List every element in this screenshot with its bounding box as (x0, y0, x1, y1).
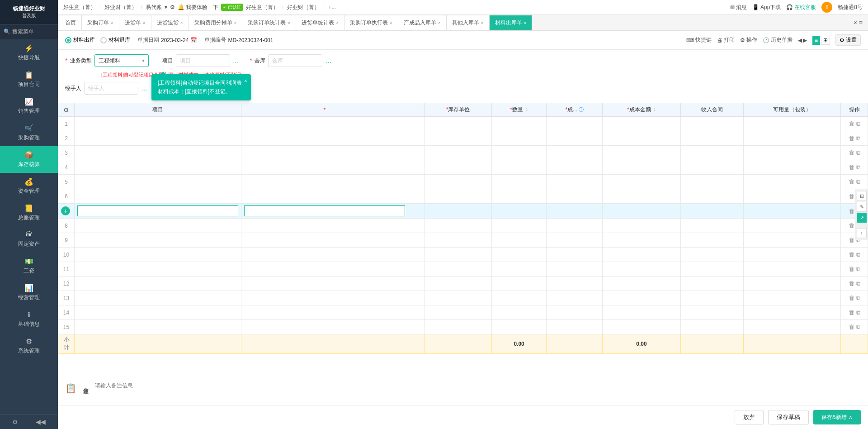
copy-icon[interactable]: ⧉ (856, 135, 860, 142)
copy-icon[interactable]: ⧉ (856, 178, 860, 186)
tab-other-storage-close[interactable]: × (481, 20, 484, 25)
handler-dots[interactable]: … (141, 85, 147, 92)
row-spec[interactable] (408, 117, 424, 131)
row-quantity[interactable] (491, 131, 547, 146)
radio-material-return[interactable]: 材料退库 (100, 36, 130, 44)
discard-button[interactable]: 放弃 (735, 410, 764, 424)
sidebar-item-salary[interactable]: 💵 工资 (0, 253, 58, 279)
save-new-button[interactable]: 保存&新增 ∧ (813, 410, 861, 424)
col-header-settings[interactable]: ⚙ (58, 103, 75, 117)
draft-button[interactable]: 保存草稿 (768, 410, 809, 424)
nav-dropdown[interactable]: ▾ (165, 4, 167, 10)
row-cost-amount[interactable] (603, 117, 681, 131)
handler-input[interactable]: 经手人 (84, 82, 138, 95)
row-income-contract[interactable] (680, 131, 743, 146)
tab-purchase-order-close[interactable]: × (111, 20, 113, 25)
row-quantity[interactable] (491, 117, 547, 131)
tab-menu-btn[interactable]: ≡ (859, 19, 863, 26)
delete-icon[interactable]: 🗑 (849, 324, 854, 330)
row-name[interactable] (241, 131, 408, 146)
delete-icon[interactable]: 🗑 (849, 309, 854, 316)
delete-icon[interactable]: 🗑 (849, 222, 854, 229)
quick-key-btn[interactable]: ⌨ 快捷键 (686, 36, 712, 44)
nav-good-business[interactable]: 好生意（菁） (63, 4, 96, 11)
delete-icon[interactable]: 🗑 (849, 135, 854, 142)
copy-icon[interactable]: ⧉ (856, 164, 860, 171)
tab-purchase-exec[interactable]: 采购订单执行表 × (344, 15, 398, 30)
delete-icon[interactable]: 🗑 (849, 251, 854, 258)
business-type-input[interactable]: 工程领料 ▾ (94, 54, 149, 67)
row-project[interactable] (75, 131, 241, 146)
nav-good-wealth2[interactable]: 好业财（菁） (287, 4, 320, 11)
sidebar-item-sales[interactable]: 📈 销售管理 (0, 93, 58, 119)
sidebar-item-inventory[interactable]: 📦 库存核算 (0, 146, 58, 173)
sidebar-settings-btn[interactable]: ⚙ (12, 418, 18, 425)
tooltip-close-btn[interactable]: × (244, 77, 247, 86)
sidebar-item-assets[interactable]: 🏛 固定资产 (0, 226, 58, 253)
tab-product-storage-close[interactable]: × (438, 20, 441, 25)
row-warehouse[interactable] (425, 131, 492, 146)
copy-icon[interactable]: ⧉ (856, 280, 860, 287)
copy-icon[interactable]: ⧉ (856, 295, 860, 302)
sidebar-item-system[interactable]: ⚙ 系统管理 (0, 333, 58, 359)
right-icon-green[interactable]: ↗ (857, 213, 867, 223)
row-project-input[interactable] (77, 205, 238, 216)
row-cost-price[interactable] (547, 117, 603, 131)
tab-goods-receipt-close[interactable]: × (143, 20, 146, 25)
right-icon-2[interactable]: ✎ (857, 202, 867, 212)
app-download-button[interactable]: 📱 App下载 (752, 4, 781, 11)
notes-input[interactable] (95, 382, 861, 400)
project-input[interactable]: 项目 (176, 54, 230, 67)
warehouse-input[interactable]: 合库 (268, 54, 322, 67)
sidebar-collapse-btn[interactable]: ◀◀ (36, 418, 46, 425)
delete-icon[interactable]: 🗑 (849, 295, 854, 301)
tab-material-out-close[interactable]: × (524, 20, 527, 25)
print-btn[interactable]: 🖨 打印 (717, 36, 735, 44)
col-settings-gear[interactable]: ⚙ (63, 106, 69, 114)
sidebar-item-quick-nav[interactable]: ⚡ 快捷导航 (0, 39, 58, 66)
project-dots[interactable]: … (233, 57, 239, 64)
sidebar-item-funds[interactable]: 💰 资金管理 (0, 173, 58, 200)
row-name-input[interactable] (244, 205, 405, 216)
tab-goods-stats-close[interactable]: × (336, 20, 339, 25)
history-btn[interactable]: 🕐 历史单据 (763, 36, 793, 44)
nav-easy-billing[interactable]: 易代账 (146, 4, 162, 11)
copy-icon[interactable]: ⧉ (856, 324, 860, 331)
add-row-btn[interactable]: + (61, 206, 70, 215)
row-warehouse[interactable] (425, 117, 492, 131)
sidebar-item-project[interactable]: 📋 项目合同 (0, 66, 58, 93)
delete-icon[interactable]: 🗑 (849, 193, 854, 200)
sidebar-item-search[interactable]: 🔍 搜索菜单 (0, 24, 58, 39)
row-available[interactable] (743, 117, 840, 131)
tab-material-out[interactable]: 材料出库单 × (490, 15, 533, 30)
tab-other-storage[interactable]: 其他入库单 × (447, 15, 490, 30)
grid-view-btn[interactable]: ⊞ (821, 36, 830, 45)
sidebar-item-ledger[interactable]: 📒 总账管理 (0, 200, 58, 226)
tab-goods-return-close[interactable]: × (180, 20, 183, 25)
nav-experience[interactable]: 🔔 我要体验一下 (178, 4, 218, 11)
tab-goods-stats[interactable]: 进货单统计表 × (296, 15, 344, 30)
delete-icon[interactable]: 🗑 (849, 178, 854, 185)
row-spec[interactable] (408, 131, 424, 146)
row-cost-price[interactable] (547, 131, 603, 146)
nav-settings[interactable]: ⚙ (170, 4, 175, 10)
row-cost-amount[interactable] (603, 131, 681, 146)
right-icon-1[interactable]: ⊞ (857, 191, 867, 201)
delete-icon[interactable]: 🗑 (849, 149, 854, 156)
tab-goods-return[interactable]: 进货退货 × (151, 15, 189, 30)
copy-icon[interactable]: ⧉ (856, 266, 860, 273)
tab-purchase-expense[interactable]: 采购费用分摊单 × (189, 15, 243, 30)
tab-goods-receipt[interactable]: 进货单 × (119, 15, 151, 30)
row-available[interactable] (743, 131, 840, 146)
list-view-btn[interactable]: ≡ (812, 36, 820, 45)
next-arrow[interactable]: ▶ (803, 37, 807, 43)
tab-product-storage[interactable]: 产成品入库单 × (398, 15, 447, 30)
copy-icon[interactable]: ⧉ (856, 149, 860, 157)
tab-purchase-exec-close[interactable]: × (390, 20, 392, 25)
nav-more[interactable]: +... (328, 4, 336, 10)
tab-close-all-btn[interactable]: × (854, 19, 857, 26)
tab-purchase-stats-close[interactable]: × (288, 20, 290, 25)
settings-btn[interactable]: ⚙ 设置 (835, 34, 861, 46)
sidebar-item-purchase[interactable]: 🛒 采购管理 (0, 119, 58, 146)
copy-icon[interactable]: ⧉ (856, 309, 860, 316)
